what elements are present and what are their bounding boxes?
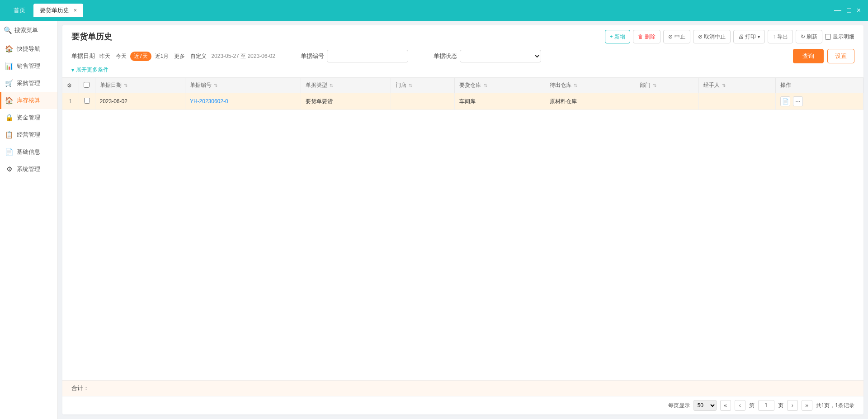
sidebar-item-inventory-label: 库存核算 [17,96,40,105]
page-title: 要货单历史 [71,31,112,42]
last-page-button[interactable]: » [802,400,812,411]
sidebar-item-finance[interactable]: 🔒 资金管理 [0,109,57,126]
total-info: 共1页，1条记录 [816,402,854,409]
row-actions-cell: 📄 ⋯ [776,93,863,110]
sort-pending-warehouse-icon[interactable]: ⇅ [574,83,577,88]
print-dropdown-icon: ▾ [758,34,760,39]
tab-home[interactable]: 首页 [7,4,32,17]
date-tab-more[interactable]: 更多 [172,52,187,61]
page-suffix: 页 [778,402,783,409]
sidebar-search-label: 搜索菜单 [14,26,38,34]
print-button[interactable]: 🖨 打印 ▾ [733,30,765,43]
prev-page-button[interactable]: ‹ [735,400,745,411]
maximize-button[interactable]: □ [847,6,851,14]
query-button-label: 查询 [802,52,814,60]
page-number-input[interactable] [758,400,774,411]
sort-handler-icon[interactable]: ⇅ [722,83,726,88]
tab-close-icon[interactable]: × [74,7,77,14]
expand-filter-button[interactable]: ▾ 展开更多条件 [71,66,854,74]
date-tabs: 昨天 今天 近7天 近1月 更多 自定义 [98,52,208,61]
tab-list: 首页 要货单历史 × [7,4,83,17]
more-action-button[interactable]: ⋯ [793,96,803,106]
page-size-label: 每页显示 [668,402,690,409]
col-pending-warehouse: 待出仓库 ⇅ [545,78,635,93]
cancel-stop-button[interactable]: ⊘ 取消中止 [693,30,731,43]
date-tab-yesterday[interactable]: 昨天 [98,52,112,61]
sales-icon: 📊 [5,62,13,70]
table-area: ⚙ 单据日期 ⇅ 单据编号 [62,78,863,380]
date-label: 单据日期 [71,52,95,60]
refresh-button[interactable]: ↻ 刷新 [796,30,822,43]
date-tab-7days[interactable]: 近7天 [130,52,151,61]
sort-dept-icon[interactable]: ⇅ [653,83,656,88]
purchase-icon: 🛒 [5,79,13,87]
sort-doc-date-icon[interactable]: ⇅ [124,83,127,88]
view-action-button[interactable]: 📄 [780,96,790,106]
sidebar-item-sales[interactable]: 📊 销售管理 [0,57,57,75]
sort-doc-no-icon[interactable]: ⇅ [214,83,217,88]
stop-button-label: ⊘ 中止 [668,33,685,41]
sidebar-item-quick-nav-label: 快捷导航 [17,45,40,53]
sidebar-item-sales-label: 销售管理 [17,62,40,70]
sort-req-warehouse-icon[interactable]: ⇅ [484,83,487,88]
content-main: 要货单历史 + 新增 🗑 删除 ⊘ 中止 ⊘ 取消中止 [62,25,863,414]
expand-label: 展开更多条件 [76,66,108,74]
page-size-select[interactable]: 50 10 20 100 [693,400,717,411]
settings-icon[interactable]: ⚙ [67,82,72,89]
row-req-warehouse: 车间库 [455,93,545,110]
tab-order-history[interactable]: 要货单历史 × [33,4,83,17]
close-button[interactable]: × [857,6,861,14]
sidebar-item-quick-nav[interactable]: 🏠 快捷导航 [0,40,57,57]
sidebar-item-purchase[interactable]: 🛒 采购管理 [0,75,57,92]
row-handler [699,93,776,110]
show-detail-toggle[interactable]: 显示明细 [825,33,854,41]
system-icon: ⚙ [5,165,13,173]
sort-doc-type-icon[interactable]: ⇅ [330,83,333,88]
row-select-checkbox[interactable] [84,98,90,104]
sidebar-search[interactable]: 🔍 搜索菜单 [0,21,57,40]
page-prefix: 第 [749,402,755,409]
next-page-button[interactable]: › [787,400,798,411]
top-bar-right: — □ × [834,6,861,14]
doc-no-link[interactable]: YH-20230602-0 [190,98,228,105]
stop-button[interactable]: ⊘ 中止 [663,30,690,43]
basic-info-icon: 📄 [5,148,13,156]
home-icon: 🏠 [5,45,13,53]
table-row: 1 2023-06-02 YH-20230602-0 要货单要货 [62,93,863,110]
doc-no-input[interactable] [327,50,408,62]
select-all-checkbox[interactable] [84,82,90,88]
app-container: 首页 要货单历史 × — □ × 🔍 搜索菜单 🏠 快捷导航 � [0,0,868,419]
minimize-button[interactable]: — [834,6,841,14]
sidebar-item-operations-label: 经营管理 [17,131,40,139]
sidebar-item-system[interactable]: ⚙ 系统管理 [0,161,57,178]
row-dept [635,93,698,110]
top-bar: 首页 要货单历史 × — □ × [0,0,868,21]
col-store: 门店 ⇅ [391,78,455,93]
date-tab-1month[interactable]: 近1月 [153,52,171,61]
filter-status: 单据状态 [434,50,541,62]
date-tab-today[interactable]: 今天 [114,52,128,61]
date-tab-custom[interactable]: 自定义 [189,52,208,61]
query-button[interactable]: 查询 [793,49,824,63]
operations-icon: 📋 [5,131,13,139]
sidebar-item-operations[interactable]: 📋 经营管理 [0,126,57,143]
col-req-warehouse: 要货仓库 ⇅ [455,78,545,93]
sort-store-icon[interactable]: ⇅ [409,83,412,88]
delete-button[interactable]: 🗑 删除 [633,30,660,43]
export-button[interactable]: ↑ 导出 [768,30,793,43]
col-handler: 经手人 ⇅ [699,78,776,93]
sidebar-item-basic-info[interactable]: 📄 基础信息 [0,143,57,161]
setting-button[interactable]: 设置 [827,49,854,63]
first-page-button[interactable]: « [720,400,731,411]
status-select[interactable] [460,50,541,62]
new-button-label: + 新增 [610,33,625,41]
row-doc-no: YH-20230602-0 [185,93,301,110]
sidebar-item-system-label: 系统管理 [17,165,40,173]
sidebar: 🔍 搜索菜单 🏠 快捷导航 📊 销售管理 🛒 采购管理 🏠 库存核算 🔒 [0,21,58,419]
export-button-label: ↑ 导出 [773,33,788,41]
new-button[interactable]: + 新增 [605,30,630,43]
sidebar-item-inventory[interactable]: 🏠 库存核算 [0,92,57,109]
data-table: ⚙ 单据日期 ⇅ 单据编号 [62,78,863,110]
inventory-icon: 🏠 [5,96,13,105]
show-detail-checkbox[interactable] [825,34,831,40]
